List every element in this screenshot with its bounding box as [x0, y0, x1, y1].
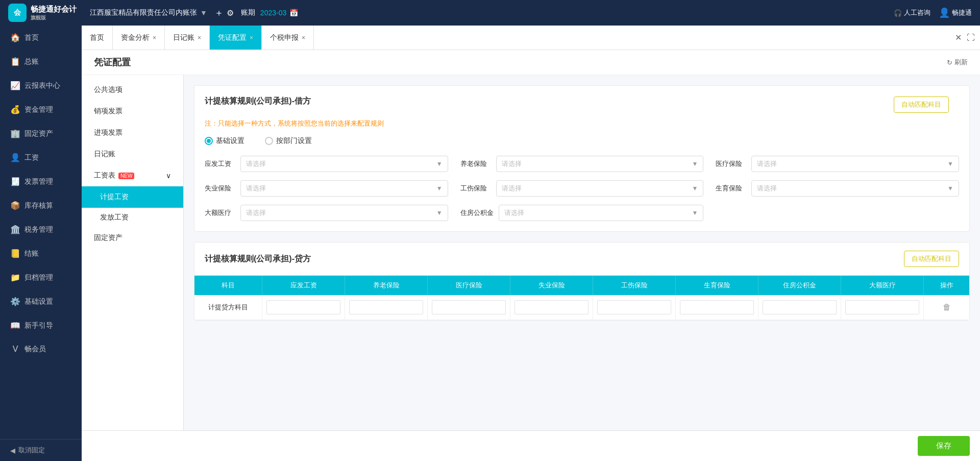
refresh-button[interactable]: ↻ 刷新: [947, 58, 968, 67]
input-salary[interactable]: [266, 300, 340, 314]
sidebar-item-reports[interactable]: 📈 云报表中心: [0, 74, 82, 98]
sidebar-item-tax[interactable]: 🏛️ 税务管理: [0, 217, 82, 241]
period-label: 账期: [241, 8, 255, 17]
tab-expand-icon[interactable]: ⛶: [967, 33, 975, 42]
radio-dept[interactable]: 按部门设置: [265, 136, 312, 145]
content-area: 首页 资金分析 × 日记账 × 凭证配置 × 个税申报 × ✕ ⛶: [82, 26, 980, 461]
tab-home[interactable]: 首页: [82, 26, 113, 50]
cell-salary-input[interactable]: [262, 295, 345, 320]
radio-basic[interactable]: 基础设置: [205, 136, 244, 145]
save-button[interactable]: 保存: [918, 436, 970, 456]
tab-journal[interactable]: 日记账 ×: [165, 26, 210, 50]
topbar-right: 🎧 人工咨询 👤 畅捷通: [894, 7, 972, 18]
field-pension: 养老保险 请选择 ▼: [460, 156, 704, 172]
field-housing-fund-arrow-icon: ▼: [692, 209, 698, 216]
close-icon: 📒: [10, 249, 20, 258]
left-menu-payroll-accrual[interactable]: 计提工资: [82, 186, 183, 208]
field-large-medical: 大额医疗 请选择 ▼: [205, 205, 448, 221]
field-work-injury-select[interactable]: 请选择 ▼: [496, 180, 704, 197]
field-medical-label: 医疗保险: [716, 159, 746, 168]
tab-voucher-config[interactable]: 凭证配置 ×: [210, 26, 262, 50]
input-pension[interactable]: [349, 300, 423, 314]
company-dropdown-icon[interactable]: ▼: [200, 9, 207, 17]
sidebar-item-invoice[interactable]: 🧾 发票管理: [0, 169, 82, 193]
left-menu-fixed-assets[interactable]: 固定资产: [82, 227, 183, 249]
main-layout: 🏠 首页 📋 总账 📈 云报表中心 💰 资金管理 🏢 固定资产 👤 工资 🧾 发…: [0, 26, 980, 461]
left-menu-payroll-payment[interactable]: 发放工资: [82, 208, 183, 227]
sidebar-item-payroll[interactable]: 👤 工资: [0, 145, 82, 169]
field-unemployment-select[interactable]: 请选择 ▼: [240, 180, 448, 197]
field-unemployment-arrow-icon: ▼: [436, 185, 443, 192]
tab-fund-analysis-close[interactable]: ×: [153, 34, 156, 41]
cell-work-injury-input[interactable]: [593, 295, 676, 320]
sidebar-item-close[interactable]: 📒 结账: [0, 241, 82, 265]
sidebar-item-settings[interactable]: ⚙️ 基础设置: [0, 289, 82, 313]
sidebar-item-funds[interactable]: 💰 资金管理: [0, 98, 82, 122]
debit-auto-match-button[interactable]: 自动匹配科目: [894, 96, 949, 113]
cell-action[interactable]: 🗑: [924, 295, 969, 320]
left-menu-sales-invoice[interactable]: 销项发票: [82, 101, 183, 122]
topbar-company[interactable]: 江西服宝精品有限责任公司内账张 ▼ ＋ ⚙ 账期 2023-03 📅: [90, 7, 894, 19]
inventory-icon: 📦: [10, 201, 20, 210]
invoice-icon: 🧾: [10, 177, 20, 186]
field-housing-fund: 住房公积金 请选择 ▼: [460, 205, 704, 221]
sidebar-item-inventory[interactable]: 📦 库存核算: [0, 193, 82, 217]
col-work-injury: 工伤保险: [593, 276, 676, 295]
calendar-icon[interactable]: 📅: [289, 9, 298, 17]
cell-maternity-input[interactable]: [676, 295, 758, 320]
field-large-medical-placeholder: 请选择: [246, 208, 266, 217]
left-menu-purchase-invoice[interactable]: 进项发票: [82, 122, 183, 143]
settings-icon[interactable]: ⚙: [227, 8, 234, 18]
user-area[interactable]: 👤 畅捷通: [939, 7, 972, 18]
cell-pension-input[interactable]: [345, 295, 428, 320]
cell-large-medical-input[interactable]: [841, 295, 924, 320]
tab-voucher-config-label: 凭证配置: [218, 33, 247, 42]
field-salary-label: 应发工资: [205, 159, 235, 168]
tab-bar: 首页 资金分析 × 日记账 × 凭证配置 × 个税申报 × ✕ ⛶: [82, 26, 980, 50]
sidebar-label-payroll: 工资: [24, 153, 39, 162]
tab-fund-analysis[interactable]: 资金分析 ×: [113, 26, 165, 50]
input-work-injury[interactable]: [597, 300, 671, 314]
left-menu-payroll-sheet[interactable]: 工资表 NEW ∨: [82, 165, 183, 186]
tab-tax-report-close[interactable]: ×: [302, 34, 305, 41]
input-large-medical[interactable]: [845, 300, 919, 314]
input-maternity[interactable]: [680, 300, 754, 314]
payroll-icon: 👤: [10, 153, 20, 162]
tab-close-all-icon[interactable]: ✕: [955, 33, 962, 42]
field-pension-select[interactable]: 请选择 ▼: [496, 156, 704, 172]
input-unemployment[interactable]: [514, 300, 589, 314]
field-large-medical-select[interactable]: 请选择 ▼: [240, 205, 448, 221]
add-company-icon[interactable]: ＋: [214, 7, 224, 19]
tab-tax-report[interactable]: 个税申报 ×: [262, 26, 314, 50]
sidebar-item-assets[interactable]: 🏢 固定资产: [0, 122, 82, 145]
input-housing-fund[interactable]: [763, 300, 837, 314]
page-body: 公共选项 销项发票 进项发票 日记账 工资表 NEW ∨: [82, 75, 980, 430]
sidebar-item-archive[interactable]: 📁 归档管理: [0, 265, 82, 289]
tab-journal-close[interactable]: ×: [198, 34, 201, 41]
tab-voucher-config-close[interactable]: ×: [250, 34, 253, 41]
field-medical: 医疗保险 请选择 ▼: [716, 156, 959, 172]
sidebar-item-home[interactable]: 🏠 首页: [0, 26, 82, 50]
field-salary-select[interactable]: 请选择 ▼: [240, 156, 448, 172]
new-badge: NEW: [118, 173, 134, 179]
delete-row-icon[interactable]: 🗑: [943, 303, 951, 312]
service-area[interactable]: 🎧 人工咨询: [894, 8, 930, 17]
field-unemployment-label: 失业保险: [205, 184, 235, 193]
left-menu-public[interactable]: 公共选项: [82, 79, 183, 101]
field-housing-fund-select[interactable]: 请选择 ▼: [499, 205, 704, 221]
field-maternity-select[interactable]: 请选择 ▼: [751, 180, 959, 197]
tab-tax-report-label: 个税申报: [270, 33, 299, 42]
radio-dept-label: 按部门设置: [276, 136, 312, 145]
sidebar-item-guide[interactable]: 📖 新手引导: [0, 313, 82, 337]
cancel-fix-button[interactable]: ◀ 取消固定: [0, 439, 82, 461]
input-medical[interactable]: [432, 300, 506, 314]
cell-medical-input[interactable]: [428, 295, 510, 320]
credit-auto-match-button[interactable]: 自动匹配科目: [904, 251, 959, 267]
field-medical-select[interactable]: 请选择 ▼: [751, 156, 959, 172]
left-menu-journal[interactable]: 日记账: [82, 143, 183, 165]
cell-unemployment-input[interactable]: [510, 295, 593, 320]
sidebar-item-ledger[interactable]: 📋 总账: [0, 50, 82, 74]
col-pension: 养老保险: [345, 276, 428, 295]
sidebar-item-vip[interactable]: V 畅会员: [0, 337, 82, 361]
cell-housing-fund-input[interactable]: [758, 295, 841, 320]
